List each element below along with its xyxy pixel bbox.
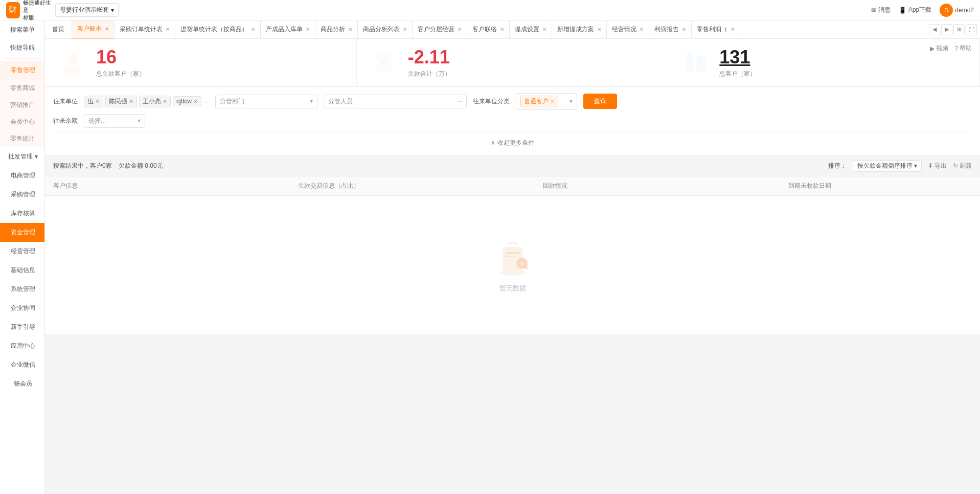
sidebar-item-enterprise[interactable]: 企业协同 (0, 299, 44, 318)
sidebar-item-operations[interactable]: 经营管理 (0, 242, 44, 261)
sidebar-item-system[interactable]: 系统管理 (0, 280, 44, 299)
filter-balance-select[interactable]: 选择... ▾ (84, 114, 145, 128)
sidebar-item-inventory[interactable]: 库存核算 (0, 204, 44, 223)
tab-commodity-list[interactable]: 商品分析列表 ✕ (358, 20, 413, 39)
filter-dept-select[interactable]: 分管部门 ▾ (215, 95, 317, 108)
filter-tags-unit: 伍 ✕ 陈民强 ✕ 王小亮 ✕ cjttcw ✕ (84, 96, 209, 107)
tab-commodity[interactable]: 商品分析 ✕ (315, 20, 358, 39)
tab-retail-profit[interactable]: 零售利润（ ✕ (692, 20, 740, 39)
filter-area: 往来单位 伍 ✕ 陈民强 ✕ 王小亮 ✕ (45, 87, 980, 156)
table-col-debt: 欠款交易信息（占比） (298, 182, 543, 190)
svg-point-8 (500, 270, 526, 276)
svg-point-1 (63, 65, 82, 75)
sidebar-item-wholesale[interactable]: 批发管理 ▾ (0, 147, 44, 166)
video-btn[interactable]: ▶ 视频 (930, 44, 948, 53)
sidebar-item-newbie[interactable]: 新手引导 (0, 318, 44, 336)
sidebar-item-wechat[interactable]: 企业微信 (0, 355, 44, 374)
tab-home[interactable]: 首页 (45, 20, 72, 39)
tab-next-btn[interactable]: ▶ (941, 24, 952, 35)
stats-actions: ▶ 视频 ? 帮助 (930, 44, 972, 53)
collapse-btn[interactable]: ∧ 收起更多条件 (485, 137, 540, 149)
stat-block-customers: 16 总欠款客户（家） (45, 39, 357, 86)
stat-label-customers: 总欠款客户（家） (96, 70, 145, 78)
filter-tag-wu: 伍 ✕ (84, 96, 103, 107)
tab-close-new-promo[interactable]: ✕ (597, 27, 601, 32)
sidebar-item-member[interactable]: 会员中心 (0, 114, 44, 130)
tab-production[interactable]: 产成品入库单 ✕ (261, 20, 315, 39)
sidebar-item-ecommerce[interactable]: 电商管理 (0, 166, 44, 185)
filter-person-select[interactable]: 分管人员 ··· (324, 95, 467, 108)
tab-close-commodity[interactable]: ✕ (348, 27, 352, 32)
tab-expand-btn[interactable]: ⊞ (953, 24, 965, 35)
tab-promo-settings[interactable]: 提成设置 ✕ (510, 20, 552, 39)
tab-new-promo[interactable]: 新增提成方案 ✕ (552, 20, 607, 39)
tab-close-promo[interactable]: ✕ (542, 27, 546, 32)
sidebar-divider (4, 58, 40, 59)
message-btn[interactable]: ✉ 消息 (871, 6, 891, 14)
help-icon: ? (954, 45, 958, 52)
app-download-btn[interactable]: 📱 App下载 (899, 6, 931, 14)
query-btn[interactable]: 查询 (583, 94, 617, 109)
filter-tag-chen: 陈民强 ✕ (105, 96, 137, 107)
tab-close-retail-profit[interactable]: ✕ (731, 27, 735, 32)
tag-close-wu[interactable]: ✕ (95, 98, 100, 105)
tab-close-segment[interactable]: ✕ (458, 27, 462, 32)
tag-close-chen[interactable]: ✕ (129, 98, 133, 105)
filter-label-balance: 往来余额 (53, 117, 78, 125)
tab-close-profit[interactable]: ✕ (682, 27, 686, 32)
tab-customer-contact[interactable]: 客户联络 ✕ (467, 20, 510, 39)
tab-prev-btn[interactable]: ◀ (929, 24, 940, 35)
stat-block-debt: ¥ -2.11 欠款合计（万） (357, 39, 669, 86)
sidebar-item-vip[interactable]: 畅会员 (0, 374, 44, 393)
tab-fullscreen-btn[interactable]: ⛶ (966, 24, 977, 35)
filter-tag-normal-customer: 普通客户 ✕ (520, 96, 558, 107)
filter-tag-wang: 王小亮 ✕ (139, 96, 171, 107)
filter-unit-type-select[interactable]: 普通客户 ✕ ▾ (516, 93, 577, 110)
tag-close-wang[interactable]: ✕ (163, 98, 167, 105)
tag-close-cjttcw[interactable]: ✕ (193, 98, 198, 105)
org-selector[interactable]: 母婴行业演示帐套 ▾ (55, 3, 119, 17)
sidebar-item-retail-mgmt[interactable]: 零售管理 (0, 61, 44, 80)
table-col-repay: 回款情况 (543, 182, 788, 190)
user-info[interactable]: D demo2 (940, 4, 974, 17)
sidebar-quick-nav[interactable]: 快捷导航 (0, 39, 44, 56)
stat-number-debt: -2.11 (408, 47, 451, 68)
export-btn[interactable]: ⬇ 导出 (928, 162, 947, 170)
sort-select[interactable]: 按欠款金额倒序排序 ▾ (853, 160, 922, 172)
tab-close-commodity-list[interactable]: ✕ (403, 27, 407, 32)
tab-close-purchase[interactable]: ✕ (166, 27, 170, 32)
dept-dropdown-icon: ▾ (310, 98, 313, 105)
sidebar-item-purchase[interactable]: 采购管理 (0, 185, 44, 204)
tag-close-unit-type[interactable]: ✕ (550, 98, 555, 105)
tab-purchase-order[interactable]: 采购订单统计表 ✕ (115, 20, 175, 39)
main-layout: 搜索菜单 快捷导航 零售管理 零售商城 营销推广 会员中心 零售统计 批发管理 … (0, 20, 980, 494)
filter-more-btn[interactable]: ··· (203, 98, 209, 105)
sidebar-search[interactable]: 搜索菜单 (0, 20, 44, 39)
sidebar-item-basic-info[interactable]: 基础信息 (0, 261, 44, 280)
tab-customer-account[interactable]: 客户账本 ✕ (72, 20, 115, 39)
tab-customer-segment[interactable]: 客户分层经营 ✕ (413, 20, 467, 39)
tab-close-production[interactable]: ✕ (306, 27, 310, 32)
sidebar-item-retail-mall[interactable]: 零售商城 (0, 80, 44, 97)
refresh-btn[interactable]: ↻ 刷新 (953, 162, 972, 170)
tab-incoming[interactable]: 进货单统计表（按商品） ✕ (175, 20, 261, 39)
tab-profit[interactable]: 利润报告 ✕ (649, 20, 692, 39)
sidebar-item-retail-stats[interactable]: 零售统计 (0, 130, 44, 147)
sidebar-item-app-center[interactable]: 应用中心 (0, 336, 44, 355)
person-clear-icon[interactable]: ··· (457, 98, 462, 105)
tab-close-incoming[interactable]: ✕ (251, 27, 255, 32)
svg-rect-11 (506, 256, 516, 257)
result-bar: 搜索结果中，客户0家 欠款金额 0.00元 排序： 按欠款金额倒序排序 ▾ ⬇ … (45, 156, 980, 176)
stat-content-customers: 16 总欠款客户（家） (96, 47, 145, 78)
tab-close-ops[interactable]: ✕ (640, 27, 644, 32)
table-col-customer: 客户信息 (53, 182, 298, 190)
tab-close-contact[interactable]: ✕ (500, 27, 504, 32)
table-header: 客户信息 欠款交易信息（占比） 回款情况 到期未收款日期 (45, 176, 980, 196)
help-btn[interactable]: ? 帮助 (954, 44, 972, 53)
sidebar-item-marketing[interactable]: 营销推广 (0, 97, 44, 114)
tab-close-customer-account[interactable]: ✕ (105, 26, 109, 32)
tab-bar: 首页 客户账本 ✕ 采购订单统计表 ✕ 进货单统计表（按商品） ✕ 产成品入库单… (45, 20, 980, 39)
tab-operations[interactable]: 经营情况 ✕ (607, 20, 649, 39)
sidebar-item-capital[interactable]: 资金管理 (0, 223, 44, 242)
stats-header: 16 总欠款客户（家） ¥ -2.11 欠款合计（万） (45, 39, 980, 87)
